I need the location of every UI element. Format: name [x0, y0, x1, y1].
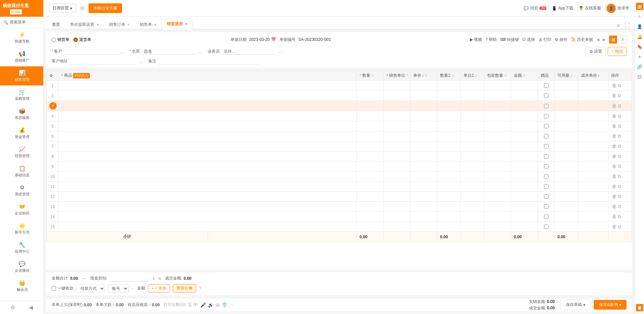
cell-ops-12[interactable]: 🗑⧉	[608, 192, 632, 202]
radio-sale-input[interactable]	[52, 38, 56, 42]
sidebar-search[interactable]: 🔍 搜索菜单	[0, 17, 43, 28]
add-row-btn[interactable]: +	[49, 102, 57, 110]
gift-checkbox-8[interactable]	[544, 154, 548, 159]
right-btn-person[interactable]: 👤	[636, 23, 643, 30]
sidebar-item-finance[interactable]: 💰 资金管理	[0, 124, 43, 143]
cell-goods-8[interactable]	[59, 151, 357, 162]
gift-checkbox-2[interactable]	[544, 93, 548, 98]
account-dots-btn[interactable]: ···	[131, 286, 135, 291]
cell-ops-1[interactable]: 🗑⧉	[608, 81, 632, 91]
cell-ops-9[interactable]: 🗑⧉	[608, 162, 632, 172]
footer-tool-mic[interactable]: 🎤	[200, 302, 206, 308]
one-click-checkbox[interactable]	[52, 286, 56, 291]
right-btn-link[interactable]: 🔗	[636, 63, 643, 70]
qty2-sort-icon[interactable]: ⇅	[451, 74, 454, 77]
delete-row-13[interactable]: 🗑	[611, 203, 617, 210]
footer-tool-shirt[interactable]: 👕	[222, 302, 227, 308]
tab-sale-price-close[interactable]: ✕	[96, 23, 99, 26]
tab-home[interactable]: 首页	[47, 19, 65, 29]
delete-row-10[interactable]: 🗑	[611, 173, 617, 180]
app-download-btn[interactable]: 📱 App下载	[552, 5, 573, 11]
online-service-btn[interactable]: 👨‍💼 在线客服	[579, 5, 601, 11]
copy-row-5[interactable]: ⧉	[617, 123, 622, 130]
tab-sale-out-close[interactable]: ✕	[154, 23, 157, 26]
cell-goods-7[interactable]	[59, 141, 357, 151]
right-btn-bookmark[interactable]: 🔖	[636, 43, 643, 50]
sidebar-item-wechat[interactable]: 💬 企业微信	[0, 257, 43, 276]
cell-ops-7[interactable]: 🗑⧉	[608, 141, 632, 151]
staff-dots[interactable]: ···	[278, 49, 282, 54]
gift-checkbox-14[interactable]	[544, 214, 548, 219]
history-btn[interactable]: 📜 历史单据	[571, 37, 593, 43]
delete-row-5[interactable]: 🗑	[611, 123, 617, 129]
view-table-btn[interactable]: ▦	[609, 36, 617, 44]
delete-row-11[interactable]: 🗑	[611, 183, 617, 190]
sidebar-collapse-btn[interactable]: ◀	[29, 304, 33, 311]
copy-row-13[interactable]: ⧉	[617, 203, 622, 210]
delete-row-3[interactable]: 🗑	[611, 103, 617, 109]
cell-goods-2[interactable]	[59, 91, 357, 101]
cell-ops-13[interactable]: 🗑⧉	[608, 202, 632, 212]
cell-goods-15[interactable]	[59, 222, 357, 232]
delete-row-1[interactable]: 🗑	[611, 82, 617, 89]
industry-select[interactable]: 日用百货 ▾	[49, 4, 76, 13]
customer-search-btn[interactable]: ...	[120, 49, 124, 54]
trial-btn[interactable]: 体验行业方案	[89, 3, 122, 13]
cell-ops-6[interactable]: 🗑⧉	[608, 131, 632, 141]
cell-goods-11[interactable]	[59, 182, 357, 192]
cell-goods-9[interactable]	[59, 162, 357, 172]
sidebar-item-enterprise[interactable]: 🤝 企业协同	[0, 200, 43, 219]
operate-btn[interactable]: ⚙ 操作	[555, 37, 568, 43]
split-btn[interactable]: 费用分摊	[173, 284, 196, 293]
copy-row-15[interactable]: ⧉	[617, 223, 622, 230]
gift-checkbox-1[interactable]	[544, 83, 548, 88]
tab-sale-out[interactable]: 销售单 ✕	[135, 19, 162, 29]
cell-goods-4[interactable]	[59, 111, 357, 121]
radio-sale[interactable]: 销货单	[52, 37, 69, 43]
address-dots[interactable]: ...	[139, 59, 143, 64]
payment-help-icon[interactable]: ?	[199, 286, 201, 291]
receivable-info-icon[interactable]: ℹ	[149, 303, 151, 307]
save-draft-btn[interactable]: 保存草稿 ▾	[560, 300, 591, 310]
delete-row-15[interactable]: 🗑	[611, 223, 617, 230]
right-btn-list[interactable]: ≡	[636, 13, 643, 20]
price-sort-icon[interactable]: ⇅	[425, 74, 427, 77]
sidebar-item-member[interactable]: 👑 畅会员	[0, 276, 43, 296]
sidebar-item-apps[interactable]: 🔧 应用中心	[0, 238, 43, 257]
right-btn-image[interactable]: 🖼	[636, 73, 643, 80]
add-payment-btn[interactable]: + + 添加	[148, 284, 170, 293]
goods-input-3[interactable]	[61, 104, 354, 108]
tab-sale-order-close[interactable]: ✕	[127, 23, 130, 26]
owed-info-icon[interactable]: ℹ	[113, 303, 114, 307]
unit2-sort-icon[interactable]: ⇅	[475, 74, 478, 77]
delete-row-8[interactable]: 🗑	[611, 153, 617, 160]
cell-goods-13[interactable]	[59, 202, 357, 212]
radio-return-input[interactable]	[73, 38, 78, 42]
cell-ops-5[interactable]: 🗑⧉	[608, 121, 632, 131]
cell-goods-10[interactable]	[59, 172, 357, 182]
amount-sort-icon[interactable]: ⇅	[523, 74, 526, 77]
copy-row-3[interactable]: ⧉	[617, 103, 622, 110]
history-prev[interactable]: ◀	[596, 37, 599, 42]
settlement-select[interactable]: 结算方式	[76, 285, 105, 293]
cell-ops-2[interactable]: 🗑⧉	[608, 91, 632, 101]
right-btn-star[interactable]: ★	[636, 53, 643, 60]
settings-gear-icon[interactable]: ⚙	[80, 5, 85, 11]
copy-row-2[interactable]: ⧉	[617, 92, 622, 99]
copy-row-12[interactable]: ⧉	[617, 193, 622, 200]
cell-goods-1[interactable]	[59, 81, 357, 91]
info-btn[interactable]: ℹ	[153, 276, 155, 281]
cost-info-icon[interactable]: ℹ	[598, 74, 599, 77]
tab-sale-return-close[interactable]: ✕	[185, 22, 187, 26]
select-btn[interactable]: ☑ 选择	[522, 37, 535, 43]
sidebar-settings-btn[interactable]: ⚙	[10, 304, 15, 311]
delete-row-7[interactable]: 🗑	[611, 143, 617, 149]
sidebar-item-system[interactable]: ⚙ 系统管理	[0, 181, 43, 200]
address-input[interactable]	[70, 58, 137, 64]
gift-checkbox-12[interactable]	[544, 194, 548, 199]
footer-tool-more[interactable]: ⋯	[229, 302, 234, 308]
gift-checkbox-10[interactable]	[544, 174, 548, 179]
customer-input[interactable]	[64, 48, 118, 55]
gift-checkbox-9[interactable]	[544, 164, 548, 169]
sidebar-item-basic[interactable]: 📋 基础信息	[0, 162, 43, 181]
